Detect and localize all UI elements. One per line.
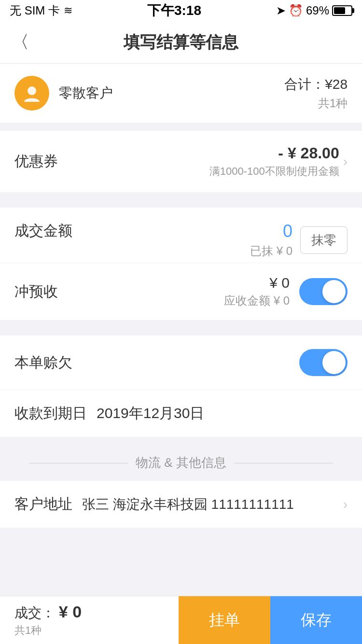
debt-row: 本单赊欠: [0, 336, 362, 390]
battery-percent: 69%: [306, 4, 329, 17]
debt-toggle[interactable]: [299, 349, 348, 376]
nav-bar: 〈 填写结算等信息: [0, 21, 362, 64]
bottom-deal-row: 成交： ¥ 0: [14, 602, 164, 622]
coupon-right: - ¥ 28.00 满1000-100不限制使用金额 ›: [209, 144, 348, 179]
bottom-deal-label: 成交：: [14, 605, 55, 620]
debt-section: 本单赊欠 收款到期日 2019年12月30日: [0, 336, 362, 437]
divider-1: [0, 200, 362, 208]
due-date-value: 2019年12月30日: [97, 404, 204, 423]
amount-row: 成交金额 0 已抹 ¥ 0 抹零: [0, 208, 362, 263]
customer-info: 零散客户: [14, 76, 113, 111]
bottom-bar: 成交： ¥ 0 共1种 挂单 保存: [0, 596, 362, 644]
status-time: 下午3:18: [147, 1, 201, 20]
page-title: 填写结算等信息: [124, 31, 238, 54]
save-label: 保存: [301, 610, 332, 631]
bottom-amount: ¥ 0: [59, 602, 82, 621]
toggle-thumb: [322, 280, 346, 303]
logistics-title: 物流 & 其他信息: [128, 454, 234, 471]
chevron-right-icon: ›: [343, 154, 348, 169]
carrier-label: 无 SIM 卡: [10, 3, 60, 18]
status-bar: 无 SIM 卡 ≋ 下午3:18 ➤ ⏰ 69%: [0, 0, 362, 21]
customer-name: 零散客户: [59, 84, 113, 102]
hang-order-button[interactable]: 挂单: [179, 596, 270, 644]
coupon-label: 优惠券: [14, 152, 58, 171]
prereceive-right: ¥ 0 应收金额 ¥ 0: [224, 275, 348, 308]
back-button[interactable]: 〈: [12, 30, 29, 54]
alarm-icon: ⏰: [289, 4, 303, 17]
status-left: 无 SIM 卡 ≋: [10, 3, 72, 18]
hang-order-label: 挂单: [209, 610, 240, 631]
prereceive-values: ¥ 0 应收金额 ¥ 0: [224, 275, 290, 308]
coupon-section: 优惠券 - ¥ 28.00 满1000-100不限制使用金额 ›: [0, 130, 362, 192]
prereceive-row: 冲预收 ¥ 0 应收金额 ¥ 0: [0, 263, 362, 320]
prereceive-label: 冲预收: [14, 282, 58, 302]
transaction-label: 成交金额: [14, 221, 72, 241]
divider-2: [0, 320, 362, 328]
due-date-row: 收款到期日 2019年12月30日: [0, 390, 362, 437]
svg-point-0: [28, 86, 36, 95]
rounded-label: 已抹 ¥ 0: [250, 243, 292, 259]
save-button[interactable]: 保存: [270, 596, 362, 644]
bottom-count: 共1种: [14, 623, 164, 638]
debt-label: 本单赊欠: [14, 353, 72, 373]
logistics-header: 物流 & 其他信息: [0, 445, 362, 481]
total-count: 共1种: [284, 96, 348, 111]
avatar: [14, 76, 49, 111]
address-section: 客户地址 张三 海淀永丰科技园 11111111111 ›: [0, 481, 362, 528]
status-right: ➤ ⏰ 69%: [276, 4, 352, 17]
prereceive-toggle[interactable]: [299, 278, 348, 305]
transaction-value[interactable]: 0: [250, 221, 292, 241]
coupon-value: - ¥ 28.00 满1000-100不限制使用金额: [209, 144, 339, 179]
coupon-row[interactable]: 优惠券 - ¥ 28.00 满1000-100不限制使用金额 ›: [0, 130, 362, 192]
discount-desc: 满1000-100不限制使用金额: [209, 164, 339, 179]
debt-toggle-thumb: [322, 351, 346, 374]
total-amount: ¥28: [325, 77, 348, 92]
discount-amount: - ¥ 28.00: [209, 144, 339, 162]
battery-fill: [334, 7, 345, 14]
total-label: 合计：: [284, 77, 325, 92]
battery-icon: [332, 5, 352, 16]
customer-row: 零散客户 合计：¥28 共1种: [0, 64, 362, 123]
address-label: 客户地址: [14, 494, 72, 514]
receivable-label: 应收金额 ¥ 0: [224, 293, 290, 308]
address-row[interactable]: 客户地址 张三 海淀永丰科技园 11111111111 ›: [0, 481, 362, 528]
address-chevron-icon: ›: [343, 497, 348, 512]
wifi-icon: ≋: [64, 4, 72, 17]
round-zero-button[interactable]: 抹零: [300, 226, 348, 254]
transaction-section: 成交金额 0 已抹 ¥ 0 抹零 冲预收 ¥ 0 应收金额 ¥ 0: [0, 208, 362, 320]
bottom-info: 成交： ¥ 0 共1种: [0, 596, 179, 644]
logistics-section: 物流 & 其他信息: [0, 445, 362, 481]
due-date-label: 收款到期日: [14, 404, 87, 423]
location-icon: ➤: [276, 4, 286, 17]
prereceive-amount: ¥ 0: [224, 275, 290, 291]
address-value: 张三 海淀永丰科技园 11111111111: [82, 495, 343, 514]
amount-right: 0 已抹 ¥ 0 抹零: [250, 221, 348, 259]
amount-input-area: 0 已抹 ¥ 0: [250, 221, 292, 259]
customer-total: 合计：¥28 共1种: [284, 75, 348, 111]
